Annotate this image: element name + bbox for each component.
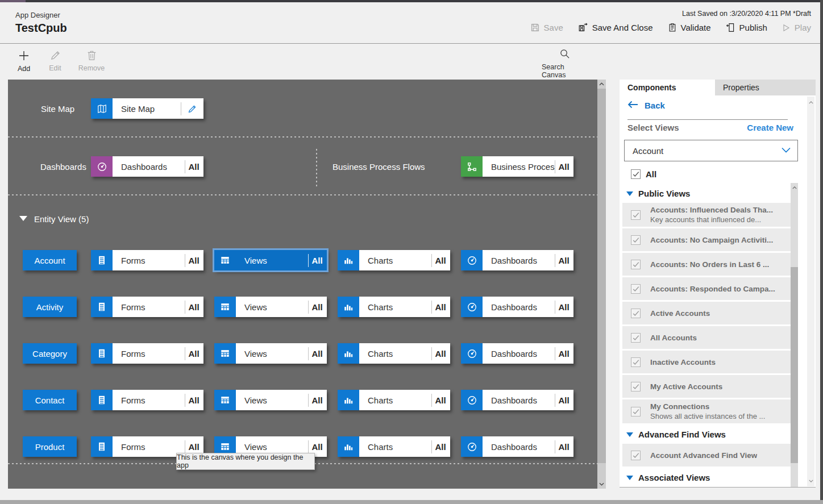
charts-tile[interactable]: Charts All [338, 343, 450, 364]
tile-label: Dashboards [483, 395, 555, 405]
entity-row: Category Forms All Views All Charts All [8, 343, 597, 364]
edit-sitemap-pencil-icon[interactable] [181, 102, 203, 115]
views-list-scrollbar-thumb[interactable] [791, 267, 798, 463]
site-map-tile[interactable]: Site Map [91, 98, 203, 119]
forms-icon [91, 390, 113, 410]
view-checkbox[interactable] [631, 284, 641, 294]
design-canvas[interactable]: Site Map Site Map Dashboards Dashboards … [8, 80, 606, 489]
save-and-close-button[interactable]: Save And Close [578, 23, 653, 32]
toolbar: Add Edit Remove Search Canvas [0, 44, 820, 80]
views-tile[interactable]: Views All [214, 343, 327, 364]
entity-dropdown[interactable]: Account [624, 140, 798, 161]
save-button[interactable]: Save [530, 23, 563, 32]
tile-label: Charts [359, 349, 431, 359]
forms-tile[interactable]: Forms All [91, 250, 203, 270]
panel-tabs: Components Properties [620, 80, 816, 95]
section-associated-views[interactable]: Associated Views [622, 468, 791, 487]
views-tile[interactable]: Views All [214, 297, 327, 317]
view-checkbox[interactable] [631, 333, 641, 343]
charts-tile[interactable]: Charts All [338, 390, 450, 410]
scroll-up-icon[interactable] [597, 80, 606, 89]
view-list-item[interactable]: My Active Accounts [622, 375, 791, 398]
charts-tile[interactable]: Charts All [338, 297, 450, 317]
views-tile[interactable]: Views All [214, 390, 327, 410]
dashboards-tile[interactable]: Dashboards All [461, 390, 573, 410]
dashboards-tile[interactable]: Dashboards All [461, 297, 573, 317]
validate-button[interactable]: Validate [668, 23, 711, 32]
publish-button[interactable]: Publish [726, 23, 767, 32]
dashboards-tile[interactable]: Dashboards All [91, 156, 203, 177]
tile-label: Views [236, 395, 308, 405]
entity-button[interactable]: Activity [23, 297, 77, 317]
dashboards-tile[interactable]: Dashboards All [461, 343, 573, 364]
section-public-views[interactable]: Public Views [622, 184, 791, 203]
view-checkbox[interactable] [631, 407, 641, 416]
forms-tile[interactable]: Forms All [91, 297, 203, 317]
all-views-checkbox-row[interactable]: All [631, 169, 656, 179]
panel-scrollbar[interactable] [807, 97, 814, 486]
scroll-down-icon[interactable] [597, 480, 606, 489]
charts-tile[interactable]: Charts All [338, 250, 450, 270]
entity-button[interactable]: Account [23, 250, 77, 270]
view-checkbox[interactable] [631, 309, 641, 318]
view-checkbox[interactable] [631, 235, 641, 245]
view-checkbox[interactable] [631, 451, 641, 460]
view-list-item[interactable]: Accounts: Influenced Deals Tha... Key ac… [622, 203, 791, 227]
view-list-item[interactable]: Inactive Accounts [622, 351, 791, 373]
view-list-item[interactable]: Accounts: No Campaign Activiti... [622, 228, 791, 251]
charts-tile[interactable]: Charts All [338, 436, 450, 457]
business-process-flows-tile[interactable]: Business Proces... All [461, 156, 573, 177]
view-list-item[interactable]: Active Accounts [622, 302, 791, 324]
entity-view-collapse-icon[interactable] [19, 216, 27, 221]
dashboard-gauge-icon [461, 436, 483, 457]
scroll-down-icon[interactable] [807, 476, 814, 485]
all-checkbox[interactable] [631, 169, 641, 179]
collapse-icon [626, 476, 633, 480]
public-views-list: Accounts: Influenced Deals Tha... Key ac… [622, 203, 791, 423]
play-button[interactable]: Play [782, 23, 811, 32]
bar-chart-icon [338, 250, 359, 270]
views-list-scrollbar[interactable] [791, 183, 798, 488]
view-checkbox[interactable] [631, 210, 641, 220]
create-new-link[interactable]: Create New [747, 123, 793, 132]
tab-properties[interactable]: Properties [715, 80, 816, 95]
view-checkbox[interactable] [631, 357, 641, 367]
add-button[interactable]: Add [10, 50, 38, 73]
view-checkbox[interactable] [631, 382, 641, 391]
tab-components[interactable]: Components [620, 80, 715, 95]
view-title: Inactive Accounts [650, 358, 716, 366]
section-advanced-find-views[interactable]: Advanced Find Views [622, 425, 791, 444]
views-tile[interactable]: Views All [214, 250, 327, 270]
canvas-scrollbar[interactable] [597, 80, 606, 489]
search-canvas-button[interactable]: Search Canvas [542, 49, 587, 79]
process-flow-icon [461, 156, 483, 177]
forms-tile[interactable]: Forms All [91, 390, 203, 410]
view-list-item[interactable]: My Connections Shows all active instance… [622, 399, 791, 423]
entity-button[interactable]: Category [23, 343, 77, 364]
view-checkbox[interactable] [631, 260, 641, 269]
canvas-scrollbar-thumb[interactable] [597, 89, 606, 463]
remove-button[interactable]: Remove [77, 50, 106, 72]
view-title: Account Advanced Find View [650, 451, 757, 460]
view-title: Accounts: No Campaign Activiti... [650, 236, 773, 244]
tile-label: Charts [359, 442, 431, 452]
forms-icon [91, 297, 113, 317]
dashboards-tile[interactable]: Dashboards All [461, 250, 573, 270]
view-title: All Accounts [650, 334, 697, 342]
search-icon [559, 49, 570, 61]
scroll-up-icon[interactable] [791, 183, 798, 192]
view-list-item[interactable]: Account Advanced Find View [622, 444, 791, 466]
back-button[interactable]: Back [627, 100, 665, 111]
dashboards-tile[interactable]: Dashboards All [461, 436, 573, 457]
dashboard-gauge-icon [91, 156, 113, 177]
view-list-item[interactable]: All Accounts [622, 326, 791, 349]
view-title: Accounts: Responded to Campa... [650, 285, 775, 293]
edit-button[interactable]: Edit [41, 50, 69, 72]
entity-button[interactable]: Contact [23, 390, 77, 410]
view-list-item[interactable]: Accounts: Responded to Campa... [622, 277, 791, 300]
last-saved-status: Last Saved on :3/20/2020 4:11 PM *Draft [682, 10, 811, 18]
view-list-item[interactable]: Accounts: No Orders in Last 6 ... [622, 253, 791, 276]
entity-button[interactable]: Product [23, 436, 77, 457]
forms-tile[interactable]: Forms All [91, 343, 203, 364]
scroll-up-icon[interactable] [807, 98, 814, 107]
